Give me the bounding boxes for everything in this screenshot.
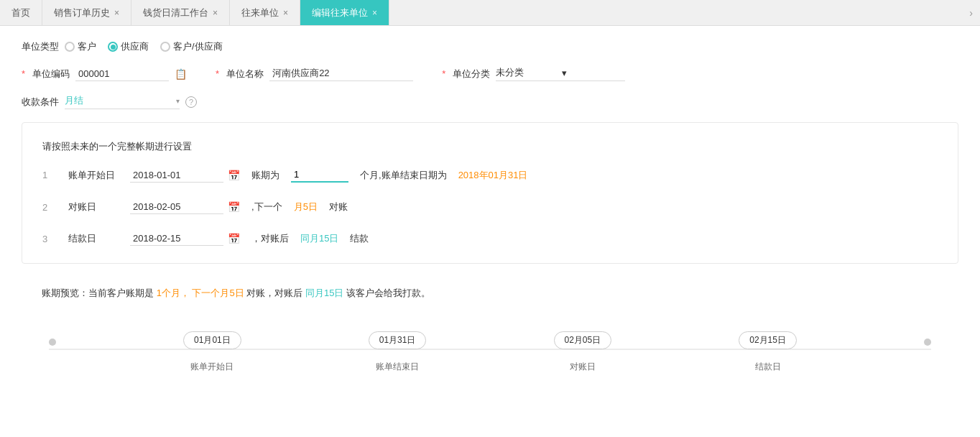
preview-part1: 1个月， [157,288,190,298]
unit-category-arrow-icon: ▾ [562,68,625,78]
setting-row-2: 2 对账日 📅 ,下一个 月5日 对账 [42,200,938,214]
timeline-badge-4: 02月15日 [739,331,797,349]
row-2-highlight: 月5日 [294,201,318,213]
row-1-highlight: 2018年01月31日 [458,169,528,182]
card-title: 请按照未来的一个完整帐期进行设置 [42,140,938,153]
unit-code-label: 单位编码 [32,68,70,80]
tab-edit-partner-close[interactable]: × [372,8,377,18]
tab-edit-partner[interactable]: 编辑往来单位 × [300,0,389,25]
unit-category-label: 单位分类 [453,68,490,80]
payment-terms-dropdown[interactable]: 月结 ▾ [65,94,180,109]
unit-code-group: * 单位编码 📋 [22,67,187,81]
preview-label: 账期预览：当前客户账期是 [42,288,154,298]
unit-code-input[interactable] [75,67,169,81]
unit-name-input[interactable] [269,67,413,81]
radio-customer-circle [65,42,75,52]
timeline: 01月01日 账单开始日 01月31日 账单结束日 02月05日 对账日 [42,317,938,402]
row-2-num: 2 [42,202,57,213]
unit-type-label: 单位类型 [22,40,59,53]
unit-name-star: * [216,68,219,79]
radio-supplier-label: 供应商 [121,40,149,53]
timeline-label-4: 结款日 [755,361,781,373]
tab-cash-work-label: 钱货日清工作台 [143,6,208,19]
timeline-badge-1: 01月01日 [183,331,241,349]
unit-category-dropdown[interactable]: 未分类 ▾ [496,66,625,81]
timeline-point-1: 01月01日 账单开始日 [183,331,241,373]
row-1-date-wrapper: 📅 [130,168,240,183]
payment-terms-arrow-icon: ▾ [176,97,180,105]
tab-sales-order-history[interactable]: 销售订单历史 × [42,0,131,25]
row-2-calendar-icon[interactable]: 📅 [228,201,240,213]
row-3-label: 结款日 [68,232,119,245]
unit-code-star: * [22,68,25,79]
row-1-calendar-icon[interactable]: 📅 [228,170,240,181]
unit-category-value: 未分类 [496,66,559,79]
radio-supplier[interactable]: 供应商 [108,40,149,53]
payment-terms-group: 收款条件 月结 ▾ ? [22,94,197,109]
row-1-label: 账单开始日 [68,169,119,182]
timeline-badge-3: 02月05日 [554,331,612,349]
tab-home-label: 首页 [11,6,30,19]
row-2-desc-prefix: ,下一个 [251,201,282,213]
timeline-badge-2: 01月31日 [369,331,427,349]
timeline-label-3: 对账日 [570,361,596,373]
row-1-num: 1 [42,170,57,180]
row-1-date-input[interactable] [130,168,223,183]
unit-info-row: * 单位编码 📋 * 单位名称 * 单位分类 未分类 ▾ [22,66,958,81]
unit-name-group: * 单位名称 [216,67,413,81]
row-1-period-input[interactable] [291,167,348,183]
radio-customer[interactable]: 客户 [65,40,96,53]
radio-supplier-circle [108,42,118,52]
copy-icon[interactable]: 📋 [175,68,187,80]
row-1-desc-suffix: 个月,账单结束日期为 [360,169,447,182]
tab-partner-unit-label: 往来单位 [241,6,279,19]
row-2-date-input[interactable] [130,200,223,214]
period-settings-card: 请按照未来的一个完整帐期进行设置 1 账单开始日 📅 账期为 个月,账单结束日期… [22,122,958,264]
tab-edit-partner-label: 编辑往来单位 [312,6,368,19]
unit-type-row: 单位类型 客户 供应商 客户/供应商 [22,40,958,53]
row-2-label: 对账日 [68,201,119,213]
tab-partner-unit[interactable]: 往来单位 × [230,0,300,25]
row-3-desc-prefix: ，对账后 [251,232,289,245]
setting-row-3: 3 结款日 📅 ，对账后 同月15日 结款 [42,231,938,246]
radio-both[interactable]: 客户/供应商 [160,40,223,53]
row-3-desc-suffix: 结款 [350,232,369,245]
tab-home[interactable]: 首页 [0,0,42,25]
preview-part3: 对账，对账后 [246,288,302,298]
row-1-desc-prefix: 账期为 [251,169,279,182]
radio-both-label: 客户/供应商 [173,40,223,53]
payment-terms-row: 收款条件 月结 ▾ ? [22,94,958,109]
radio-customer-label: 客户 [78,40,96,53]
timeline-label-1: 账单开始日 [190,361,234,373]
tab-bar: 首页 销售订单历史 × 钱货日清工作台 × 往来单位 × 编辑往来单位 × › [0,0,980,26]
help-icon[interactable]: ? [185,96,197,108]
row-2-desc-suffix: 对账 [329,201,348,213]
tab-arrow[interactable]: › [962,0,980,25]
row-2-date-wrapper: 📅 [130,200,240,214]
unit-type-group: 单位类型 客户 供应商 客户/供应商 [22,40,223,53]
timeline-point-4: 02月15日 结款日 [739,331,797,373]
row-3-highlight: 同月15日 [300,232,338,245]
row-3-calendar-icon[interactable]: 📅 [228,233,240,244]
unit-name-label: 单位名称 [226,68,264,80]
preview-text: 账期预览：当前客户账期是 1个月， 下一个月5日 对账，对账后 同月15日 该客… [42,287,938,300]
row-3-date-wrapper: 📅 [130,231,240,246]
preview-part2: 下一个月5日 [192,288,244,298]
tab-sales-order-label: 销售订单历史 [54,6,110,19]
preview-part5: 该客户会给我打款。 [346,288,430,298]
radio-both-circle [160,42,170,52]
timeline-point-2: 01月31日 账单结束日 [369,331,427,373]
tab-partner-unit-close[interactable]: × [283,8,288,18]
unit-category-star: * [442,68,445,79]
unit-type-radios: 客户 供应商 客户/供应商 [65,40,223,53]
main-content: 单位类型 客户 供应商 客户/供应商 * 单位编码 [0,26,980,437]
tab-cash-work[interactable]: 钱货日清工作台 × [131,0,230,25]
row-3-date-input[interactable] [130,231,223,246]
tab-cash-work-close[interactable]: × [213,8,218,18]
setting-row-1: 1 账单开始日 📅 账期为 个月,账单结束日期为 2018年01月31日 [42,167,938,183]
payment-terms-value: 月结 [65,94,173,107]
preview-section: 账期预览：当前客户账期是 1个月， 下一个月5日 对账，对账后 同月15日 该客… [22,275,958,413]
tab-sales-order-close[interactable]: × [114,8,119,18]
preview-part4: 同月15日 [305,288,343,298]
row-3-num: 3 [42,234,57,244]
